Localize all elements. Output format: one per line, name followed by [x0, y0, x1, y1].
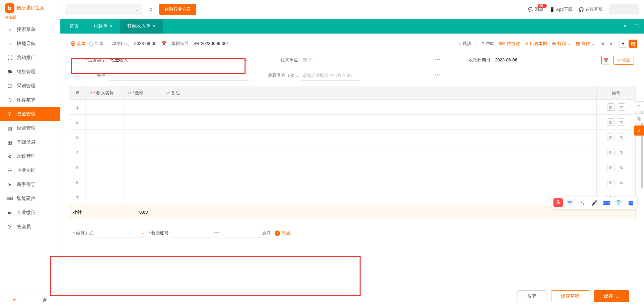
list-view-button[interactable]: ≡: [619, 40, 627, 48]
tab-home[interactable]: 首页: [62, 19, 86, 34]
cell-income-name[interactable]: [86, 160, 124, 175]
sidebar-item-quicknav[interactable]: ⌂快捷导航: [0, 37, 60, 51]
row-copy-button[interactable]: ⧉: [618, 164, 625, 171]
col-amount[interactable]: ▴▾*金额: [124, 86, 163, 99]
cell-income-name[interactable]: [86, 115, 124, 130]
sidebar-item-collab[interactable]: ☷企业协同: [0, 163, 60, 177]
related-customer-input[interactable]: [301, 70, 360, 81]
cell-income-name[interactable]: [86, 130, 124, 145]
remark-input[interactable]: [109, 70, 249, 81]
settle-account-select[interactable]: •••: [173, 228, 220, 238]
rail-note-button[interactable]: 🗒: [634, 101, 644, 111]
row-delete-button[interactable]: 🗑: [607, 134, 614, 141]
tab-close-all-button[interactable]: ✕: [620, 21, 630, 31]
row-copy-button[interactable]: ⧉: [618, 103, 625, 111]
ops-button[interactable]: ▦操作⌄: [576, 41, 595, 47]
table-row[interactable]: 5🗑⧉: [69, 160, 635, 175]
settle-method-select[interactable]: ⌄: [98, 228, 145, 238]
row-copy-button[interactable]: ⧉: [618, 118, 625, 126]
cell-income-name[interactable]: [86, 145, 124, 160]
tab-fullscreen-button[interactable]: ⛶: [631, 21, 641, 31]
field-settings-button[interactable]: ⚙设置: [613, 56, 634, 65]
col-remark[interactable]: ▴▾备注: [163, 86, 597, 99]
save-draft-button[interactable]: 保存草稿: [551, 290, 589, 302]
settings-gear-button[interactable]: ⚙: [146, 4, 156, 14]
print-button[interactable]: 🖶打印⌄: [552, 41, 571, 47]
sidebar-collapse-button[interactable]: ⇤: [0, 293, 30, 306]
sidebar-item-basicinfo[interactable]: ▦基础信息: [0, 135, 60, 149]
radio-red[interactable]: 红单: [89, 41, 104, 47]
cell-income-name[interactable]: [86, 190, 124, 205]
tab-payment[interactable]: 付款单×: [86, 19, 120, 34]
sidebar-item-sales[interactable]: ⛟销售管理: [0, 65, 60, 79]
cell-remark[interactable]: [163, 145, 597, 160]
cell-amount[interactable]: [124, 175, 163, 190]
ime-skin-button[interactable]: 👕: [614, 198, 623, 207]
due-date-input[interactable]: [494, 55, 598, 65]
sidebar-item-funds[interactable]: ¥资金管理: [0, 107, 60, 121]
row-delete-button[interactable]: 🗑: [607, 103, 614, 111]
chevron-down-icon[interactable]: ⌄: [244, 57, 248, 62]
sidebar-item-guide[interactable]: ➤新手引导: [0, 177, 60, 192]
calendar-icon[interactable]: 📅: [161, 41, 167, 46]
col-income-name[interactable]: ▴▾*收入名称: [86, 86, 124, 99]
cell-amount[interactable]: [124, 130, 163, 145]
cell-amount[interactable]: [124, 115, 163, 130]
table-row[interactable]: 6🗑⧉: [69, 175, 635, 190]
sidebar-item-search[interactable]: ⌕搜索菜单: [0, 22, 60, 37]
cell-remark[interactable]: [163, 175, 597, 190]
table-row[interactable]: 2🗑⧉: [69, 115, 635, 130]
history-button[interactable]: ↺历史单据: [525, 41, 547, 47]
radio-blue[interactable]: 蓝单: [71, 41, 86, 47]
cell-remark[interactable]: [163, 160, 597, 175]
row-copy-button[interactable]: ⧉: [618, 134, 625, 141]
help-button[interactable]: ?帮助: [482, 41, 494, 47]
related-customer-select[interactable]: •••: [301, 70, 441, 81]
row-delete-button[interactable]: 🗑: [607, 149, 614, 156]
cell-remark[interactable]: [163, 190, 597, 205]
sidebar-item-operation[interactable]: ▤经营管理: [0, 121, 60, 135]
next-doc-button[interactable]: ▶: [609, 41, 614, 46]
cell-remark[interactable]: [163, 115, 597, 130]
prev-doc-button[interactable]: ◀: [600, 41, 604, 46]
doc-date-value[interactable]: 2023-06-06: [134, 41, 157, 46]
org-selector[interactable]: ⌄: [65, 4, 143, 15]
partner-select[interactable]: •••: [301, 55, 441, 65]
row-delete-button[interactable]: 🗑: [607, 118, 614, 126]
cell-remark[interactable]: [163, 130, 597, 145]
add-settlement-button[interactable]: + 添加: [275, 230, 290, 236]
table-row[interactable]: 1🗑⧉: [69, 100, 635, 115]
table-row[interactable]: 7🗑⧉: [69, 190, 635, 205]
customer-service-button[interactable]: 🎧在线客服: [579, 6, 603, 12]
save-button[interactable]: 保存⌄: [594, 290, 629, 302]
table-config-button[interactable]: ⚙: [69, 86, 86, 99]
cell-amount[interactable]: [124, 190, 163, 205]
cell-amount[interactable]: [124, 160, 163, 175]
close-icon[interactable]: ×: [110, 23, 112, 29]
settle-amount-input[interactable]: [224, 228, 271, 238]
rail-attach-button[interactable]: 📎: [634, 113, 644, 123]
row-copy-button[interactable]: ⧉: [618, 149, 625, 156]
industry-plan-button[interactable]: 体验行业方案: [159, 4, 196, 15]
ime-keyboard-button[interactable]: ⌨: [602, 198, 611, 207]
partner-input[interactable]: [301, 55, 360, 65]
table-row[interactable]: 3🗑⧉: [69, 130, 635, 145]
table-row[interactable]: 4🗑⧉: [69, 145, 635, 160]
sidebar-item-purchase[interactable]: ☐采购管理: [0, 79, 60, 93]
cell-remark[interactable]: [163, 100, 597, 114]
form-view-button[interactable]: ▤: [629, 40, 637, 48]
cell-amount[interactable]: [124, 100, 163, 114]
sidebar-item-wechat[interactable]: ☯企业微信: [0, 206, 60, 220]
sidebar-item-marketing[interactable]: ⛶营销推广: [0, 51, 60, 65]
row-copy-button[interactable]: ⧉: [618, 179, 625, 186]
ime-toolbox-button[interactable]: ▦: [626, 198, 635, 207]
biz-type-select[interactable]: ⌄: [109, 55, 249, 65]
discard-button[interactable]: 放弃: [518, 290, 546, 302]
settle-method-input[interactable]: [98, 228, 145, 238]
shortcut-button[interactable]: ⌨快捷键: [499, 41, 520, 47]
tab-other-income[interactable]: 其他收入单×: [120, 19, 163, 34]
ellipsis-icon[interactable]: •••: [214, 230, 220, 235]
sidebar-item-hardware[interactable]: ⌨智能硬件: [0, 192, 60, 206]
sidebar-item-inventory[interactable]: ⬡库存核算: [0, 93, 60, 107]
user-avatar[interactable]: [609, 4, 639, 14]
